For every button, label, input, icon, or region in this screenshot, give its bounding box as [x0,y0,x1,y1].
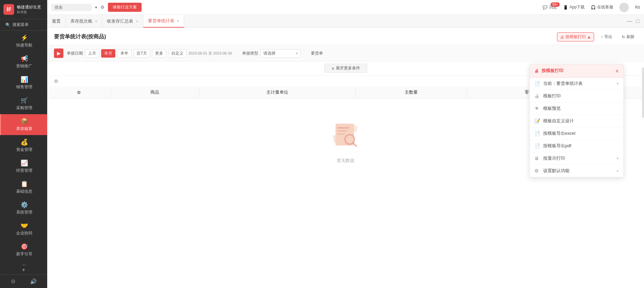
tab-home[interactable]: 首页 [47,15,66,28]
topbar-search-input[interactable] [51,4,92,11]
filter-bar: ▶ 单据日期 上月 本月 本年 近7天 更多 自定义 2023-06-01 至 … [47,45,644,62]
order-type-arrow: ▾ [296,52,298,55]
dropdown-item-template-preview[interactable]: 👁 模板预览 [530,102,623,115]
expand-more-icon: ∨ [331,66,334,71]
customer-service-button[interactable]: 🎧 在线客服 [591,4,613,10]
main-content: ▾ ⚙ 体验行业方案 💬 消息 99+ 📱 App下载 🎧 在线客服 Rit [47,0,644,288]
table-settings-icon[interactable]: ⚙ [54,78,58,84]
col-goods: 商品 [111,87,199,98]
sidebar-item-quick-nav[interactable]: ⚡ 快捷导航 [0,31,47,52]
set-default-icon: ⚙ [534,168,540,173]
template-excel-icon: 📄 [534,131,540,136]
print-header-icon: 🖨 [534,68,539,73]
print-dropdown-menu: 🖨 按模板打印 ∧ 📄 当前：要货单统计表 ▾ 🖨 模板打印 👁 模板预览 📝 [529,64,624,178]
svg-rect-3 [338,133,345,135]
export-icon: ↑ [601,35,603,39]
date-last-7-days[interactable]: 近7天 [134,49,150,58]
print-dropdown-arrow: ▲ [587,35,591,39]
operations-icon: 📈 [21,159,28,167]
sidebar-item-sales[interactable]: 📊 销售管理 [0,72,47,93]
headset-icon: 🎧 [591,5,596,10]
refresh-icon: ↻ [622,35,625,39]
svg-rect-1 [338,127,349,129]
refresh-button[interactable]: ↻ 刷新 [619,33,637,41]
user-avatar[interactable] [619,3,629,12]
tabs-bar: 首页 库存批次账 × 收发存汇总表 × 要货单统计表 × — □ [47,15,644,28]
date-filter-group: 单据日期 上月 本月 本年 近7天 更多 自定义 2023-06-01 至 20… [67,49,232,58]
sidebar-nav: ⚡ 快捷导航 📢 营销推广 📊 销售管理 🛒 采购管理 📦 库存核算 💰 资金管… [0,31,47,265]
tab-order-stats[interactable]: 要货单统计表 × [143,15,184,28]
template-pdf-icon: 📄 [534,143,540,149]
date-prev-month[interactable]: 上月 [85,49,99,58]
dropdown-collapse-button[interactable]: ∧ [615,68,619,73]
expand-more-button[interactable]: ∨ 展开更多条件 [324,64,367,73]
sidebar-item-operations[interactable]: 📈 经营管理 [0,156,47,177]
col-unit: 主计量单位 [199,87,356,98]
sound-footer-icon[interactable]: 🔊 [30,278,37,285]
dropdown-item-template-custom[interactable]: 📝 模板自定义设计 [530,115,623,127]
message-button[interactable]: 💬 消息 99+ [543,4,557,10]
dropdown-item-set-default[interactable]: ⚙ 设置默认功能 ▾ [530,165,623,177]
topbar-search-dropdown[interactable]: ▾ [95,5,97,10]
tab-inventory-batch[interactable]: 库存批次账 × [66,15,102,28]
set-default-arrow: ▾ [617,169,619,173]
date-current-year[interactable]: 本年 [117,49,131,58]
goods-type-label: 要货单 [311,51,323,56]
tab-receive-summary[interactable]: 收发存汇总表 × [102,15,143,28]
date-more[interactable]: 更多 [152,49,166,58]
message-icon: 💬 [543,5,548,10]
order-type-label: 单据类型 [242,51,258,56]
sidebar-item-system[interactable]: ⚙️ 系统管理 [0,198,47,219]
dropdown-item-template-excel[interactable]: 📄 按模板导出excel [530,127,623,140]
settings-footer-icon[interactable]: ⚙ [11,278,16,285]
dropdown-item-template-pdf[interactable]: 📄 按模板导出pdf [530,140,623,152]
system-icon: ⚙️ [21,201,28,209]
date-current-month[interactable]: 本月 [101,49,115,58]
finance-icon: 💰 [21,138,28,146]
col-settings[interactable]: ⚙ [47,87,111,98]
sidebar-item-finance[interactable]: 💰 资金管理 [0,135,47,156]
svg-rect-2 [338,130,347,132]
topbar-gear-icon[interactable]: ⚙ [100,5,105,10]
quick-nav-icon: ⚡ [21,34,28,41]
empty-text: 暂无数据 [337,158,354,164]
dropdown-item-current[interactable]: 📄 当前：要货单统计表 ▾ [530,77,623,90]
sidebar-search[interactable]: 🔍 搜索菜单 [0,19,47,31]
page-header: 要货单统计表(按商品) 🖨 按模板打印 ▲ ↑ 导出 ↻ 刷新 [47,28,644,45]
app-download-icon: 📱 [563,5,568,10]
tab-close-order-stats[interactable]: × [177,19,179,23]
tab-close-receive-summary[interactable]: × [136,19,138,23]
sidebar-item-apps[interactable]: 📱 应用中心 [0,260,47,265]
inventory-icon: 📦 [21,118,28,125]
page-content: 要货单统计表(按商品) 🖨 按模板打印 ▲ ↑ 导出 ↻ 刷新 [47,28,644,288]
sidebar-item-marketing[interactable]: 📢 营销推广 [0,52,47,72]
export-button[interactable]: ↑ 导出 [598,33,615,41]
print-template-button[interactable]: 🖨 按模板打印 ▲ [557,32,594,41]
filter-expand-button[interactable]: ▶ [54,49,63,58]
dropdown-item-display-print[interactable]: 🖥 按显示打印 ▾ [530,152,623,165]
sidebar-item-basic[interactable]: 📋 基础信息 [0,177,47,198]
svg-rect-7 [352,125,357,132]
topbar: ▾ ⚙ 体验行业方案 💬 消息 99+ 📱 App下载 🎧 在线客服 Rit [47,0,644,15]
sidebar-scroll-down[interactable]: ▼ [0,265,47,275]
current-arrow: ▾ [617,82,619,86]
sidebar-item-guide[interactable]: 🎯 新手引导 [0,239,47,260]
tab-close-inventory-batch[interactable]: × [95,19,97,23]
industry-solution-button[interactable]: 体验行业方案 [108,3,142,12]
dropdown-item-template-print[interactable]: 🖨 模板打印 [530,90,623,102]
date-custom[interactable]: 自定义 [168,49,186,58]
window-minimize-button[interactable]: — [626,18,633,24]
purchase-icon: 🛒 [21,97,28,104]
goods-type-filter-group: 要货单 [311,51,323,56]
window-maximize-button[interactable]: □ [635,18,641,24]
sidebar-item-inventory[interactable]: 📦 库存核算 [0,114,47,135]
window-controls: — □ [623,18,644,24]
app-download-button[interactable]: 📱 App下载 [563,4,585,10]
page-title: 要货单统计表(按商品) [54,33,106,40]
sidebar-item-purchase[interactable]: 🛒 采购管理 [0,93,47,114]
order-type-select[interactable]: 请选择 ▾ [260,49,301,58]
avatar-img [619,3,629,12]
sidebar-item-collab[interactable]: 🤝 企业协同 [0,219,47,239]
sidebar-footer: ⚙ 🔊 [0,275,47,288]
right-resize-bar[interactable] [642,67,644,118]
